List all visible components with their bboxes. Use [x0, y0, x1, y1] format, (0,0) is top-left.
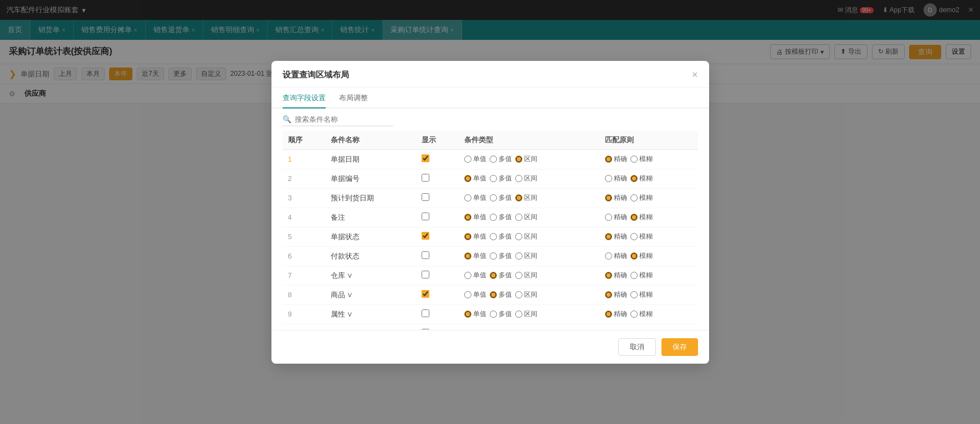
dialog-overlay: 设置查询区域布局 × 查询字段设置 布局调整 🔍 顺序 [0, 0, 980, 424]
radio-type-多值[interactable]: 多值 [490, 232, 512, 241]
row-name: 仓库 ∨ [325, 266, 416, 285]
radio-type-多值[interactable]: 多值 [490, 174, 512, 183]
display-checkbox[interactable] [422, 271, 429, 278]
row-display-checkbox-cell [416, 246, 459, 266]
row-type-cell: 单值多值区间 [459, 188, 599, 208]
radio-type-多值[interactable]: 多值 [490, 290, 512, 299]
radio-match-精确[interactable]: 精确 [605, 193, 627, 203]
row-match-cell: 精确模糊 [599, 188, 697, 208]
radio-match-精确[interactable]: 精确 [605, 271, 627, 280]
row-name: 商品 ∨ [325, 285, 416, 304]
row-match-cell: 精确模糊 [599, 285, 697, 304]
radio-match-精确[interactable]: 精确 [605, 309, 627, 319]
display-checkbox[interactable] [422, 193, 429, 201]
radio-type-多值[interactable]: 多值 [490, 193, 512, 203]
radio-type-区间[interactable]: 区间 [515, 174, 537, 183]
radio-type-多值[interactable]: 多值 [490, 309, 512, 319]
dialog-title: 设置查询区域布局 [283, 70, 349, 80]
save-button[interactable]: 保存 [661, 338, 698, 356]
radio-match-精确[interactable]: 精确 [605, 213, 627, 222]
display-checkbox[interactable] [422, 309, 429, 317]
radio-match-模糊[interactable]: 模糊 [630, 232, 653, 241]
radio-match-模糊[interactable]: 模糊 [630, 154, 653, 164]
row-display-checkbox-cell [416, 208, 459, 227]
row-type-cell: 单值多值区间 [459, 227, 599, 246]
row-order: 4 [283, 208, 325, 227]
search-input[interactable] [295, 115, 383, 123]
display-checkbox[interactable] [422, 251, 429, 259]
display-checkbox[interactable] [422, 290, 429, 298]
row-display-checkbox-cell [416, 266, 459, 285]
search-icon: 🔍 [283, 115, 291, 123]
row-display-checkbox-cell [416, 149, 459, 169]
dialog-close-button[interactable]: × [692, 70, 698, 80]
radio-match-模糊[interactable]: 模糊 [630, 251, 653, 261]
radio-type-区间[interactable]: 区间 [515, 251, 537, 261]
table-row: 3预计到货日期单值多值区间精确模糊 [283, 188, 698, 208]
table-row: 8商品 ∨单值多值区间精确模糊 [283, 285, 698, 304]
table-row: 9属性 ∨单值多值区间精确模糊 [283, 304, 698, 324]
radio-type-区间[interactable]: 区间 [515, 290, 537, 299]
display-checkbox[interactable] [422, 174, 429, 182]
radio-match-精确[interactable]: 精确 [605, 154, 627, 164]
radio-type-多值[interactable]: 多值 [490, 213, 512, 222]
radio-type-单值[interactable]: 单值 [464, 213, 486, 222]
radio-match-精确[interactable]: 精确 [605, 290, 627, 299]
row-order: 6 [283, 246, 325, 266]
row-display-checkbox-cell [416, 304, 459, 324]
row-match-cell: 精确模糊 [599, 169, 697, 188]
radio-type-单值[interactable]: 单值 [464, 290, 486, 299]
row-display-checkbox-cell [416, 227, 459, 246]
display-checkbox[interactable] [422, 213, 429, 220]
row-match-cell: 精确模糊 [599, 266, 697, 285]
radio-type-多值[interactable]: 多值 [490, 251, 512, 261]
dialog-footer: 取消 保存 [271, 330, 709, 364]
row-type-cell: 单值多值区间 [459, 149, 599, 169]
row-type-cell: 单值多值区间 [459, 266, 599, 285]
radio-type-单值[interactable]: 单值 [464, 271, 486, 280]
settings-dialog: 设置查询区域布局 × 查询字段设置 布局调整 🔍 顺序 [271, 61, 709, 364]
radio-type-单值[interactable]: 单值 [464, 309, 486, 319]
row-order: 5 [283, 227, 325, 246]
row-order: 9 [283, 304, 325, 324]
radio-type-区间[interactable]: 区间 [515, 213, 537, 222]
radio-match-模糊[interactable]: 模糊 [630, 271, 653, 280]
radio-type-单值[interactable]: 单值 [464, 154, 486, 164]
tab-layout-adjust[interactable]: 布局调整 [339, 87, 368, 108]
row-match-cell: 精确模糊 [599, 208, 697, 227]
radio-type-区间[interactable]: 区间 [515, 271, 537, 280]
row-type-cell: 单值多值区间 [459, 208, 599, 227]
dialog-search-area: 🔍 [271, 108, 709, 131]
row-match-cell: 精确模糊 [599, 246, 697, 266]
row-match-cell: 精确模糊 [599, 324, 697, 330]
cancel-button[interactable]: 取消 [618, 338, 656, 356]
row-name: 有无商品图片 [325, 324, 416, 330]
table-row: 10有无商品图片单值多值区间精确模糊 [283, 324, 698, 330]
radio-match-模糊[interactable]: 模糊 [630, 174, 653, 183]
display-checkbox[interactable] [422, 154, 429, 162]
radio-type-区间[interactable]: 区间 [515, 309, 537, 319]
radio-match-模糊[interactable]: 模糊 [630, 213, 653, 222]
row-name: 备注 [325, 208, 416, 227]
row-match-cell: 精确模糊 [599, 304, 697, 324]
radio-match-模糊[interactable]: 模糊 [630, 309, 653, 319]
row-display-checkbox-cell [416, 285, 459, 304]
radio-match-精确[interactable]: 精确 [605, 174, 627, 183]
radio-type-区间[interactable]: 区间 [515, 154, 537, 164]
radio-type-多值[interactable]: 多值 [490, 271, 512, 280]
radio-match-精确[interactable]: 精确 [605, 251, 627, 261]
radio-type-区间[interactable]: 区间 [515, 193, 537, 203]
table-row: 5单据状态单值多值区间精确模糊 [283, 227, 698, 246]
radio-type-区间[interactable]: 区间 [515, 232, 537, 241]
radio-type-多值[interactable]: 多值 [490, 154, 512, 164]
row-name: 属性 ∨ [325, 304, 416, 324]
radio-match-精确[interactable]: 精确 [605, 232, 627, 241]
radio-type-单值[interactable]: 单值 [464, 251, 486, 261]
radio-type-单值[interactable]: 单值 [464, 232, 486, 241]
radio-match-模糊[interactable]: 模糊 [630, 193, 653, 203]
radio-type-单值[interactable]: 单值 [464, 174, 486, 183]
display-checkbox[interactable] [422, 232, 429, 240]
radio-match-模糊[interactable]: 模糊 [630, 290, 653, 299]
radio-type-单值[interactable]: 单值 [464, 193, 486, 203]
tab-query-fields[interactable]: 查询字段设置 [283, 87, 326, 108]
